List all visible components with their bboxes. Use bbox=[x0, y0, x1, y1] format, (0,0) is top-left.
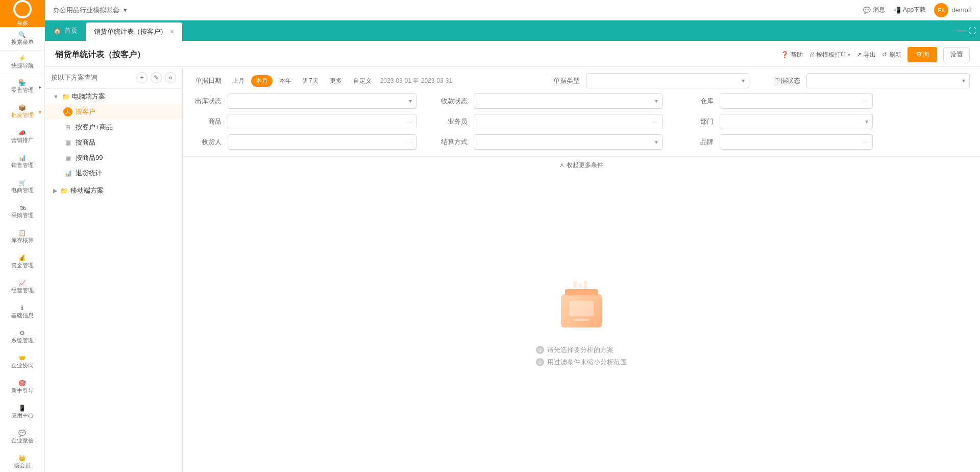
out-status-select[interactable]: ▾ bbox=[228, 93, 416, 109]
by-customer-icon: 人 bbox=[63, 107, 72, 116]
empty-hint-2: ② 用过滤条件来缩小分析范围 bbox=[536, 358, 627, 367]
scheme-return-stats[interactable]: 📊 退货统计 bbox=[45, 166, 182, 181]
sidebar-item-ecommerce[interactable]: 🛒 电商管理 bbox=[0, 174, 44, 199]
product-label: 商品 bbox=[193, 117, 222, 126]
operation-icon: 📈 bbox=[18, 279, 26, 287]
filter-row-2: 出库状态 ▾ 收款状态 ▾ 仓库 ··· bbox=[193, 93, 970, 109]
brand-dots: ··· bbox=[863, 138, 868, 146]
date-label: 单据日期 bbox=[193, 76, 222, 85]
product-input[interactable]: ··· bbox=[228, 114, 416, 129]
settings-button[interactable]: 设置 bbox=[943, 47, 970, 62]
sidebar-item-basic[interactable]: ℹ 基础信息 bbox=[0, 299, 44, 324]
brand-input[interactable]: ··· bbox=[720, 134, 873, 150]
pc-group-children: 人 按客户 ⊞ 按客户+商品 ▦ 按商品 ▦ 按商品99 📊 退货统计 bbox=[45, 104, 182, 181]
sidebar-item-quick[interactable]: ⚡ 快捷导航 bbox=[0, 51, 44, 74]
logo-icon bbox=[13, 0, 32, 18]
sidebar-item-system[interactable]: ⚙ 系统管理 bbox=[0, 324, 44, 349]
empty-main-box bbox=[561, 294, 602, 327]
tree-expand-icon: ▼ bbox=[53, 93, 59, 100]
filter-row-4: 收货人 ··· 结算方式 ▾ 品牌 ··· bbox=[193, 134, 970, 150]
mobile-folder-icon: 📁 bbox=[60, 187, 68, 195]
inventory-icon: 📋 bbox=[18, 229, 26, 237]
doc-type-arrow: ▾ bbox=[742, 77, 745, 84]
message-btn[interactable]: 💬 消息 bbox=[863, 6, 885, 14]
sidebar-item-wechat[interactable]: 💬 企业微信 bbox=[0, 424, 44, 450]
sidebar-item-sales[interactable]: 📊 销售管理 bbox=[0, 149, 44, 174]
hint2-num: ② bbox=[536, 358, 544, 366]
tree-pc-group[interactable]: ▼ 📁 电脑端方案 bbox=[45, 89, 182, 104]
sidebar-item-retail[interactable]: 🏪 零售管理 ▸ bbox=[0, 74, 44, 99]
collapse-panel-btn[interactable]: « bbox=[165, 72, 176, 83]
tree-mobile-group[interactable]: ▶ 📁 移动端方案 bbox=[45, 183, 182, 198]
user-avatar: Ea bbox=[934, 3, 948, 17]
dept-select[interactable]: ▾ bbox=[720, 114, 873, 129]
scheme-by-product[interactable]: ▦ 按商品 bbox=[45, 135, 182, 150]
sidebar-item-appcenter[interactable]: 📱 应用中心 bbox=[0, 399, 44, 424]
chevron-down-icon: ▾ bbox=[39, 109, 41, 114]
pc-group-label: 电脑端方案 bbox=[72, 92, 105, 101]
collapse-filter-btn[interactable]: ∧ 收起更多条件 bbox=[183, 156, 980, 174]
by-customer-product-icon: ⊞ bbox=[63, 123, 72, 132]
tab-sales-stats[interactable]: 销货单统计表（按客户） × bbox=[86, 22, 182, 41]
date-btn-custom[interactable]: 自定义 bbox=[349, 75, 376, 87]
help-btn[interactable]: ❓ 帮助 bbox=[781, 51, 803, 59]
app-download-btn[interactable]: 📲 App下载 bbox=[893, 6, 926, 14]
sidebar-item-marketing[interactable]: 📣 营销推广 bbox=[0, 124, 44, 149]
warehouse-label: 仓库 bbox=[685, 97, 714, 106]
user-profile[interactable]: Ea demo2 bbox=[934, 3, 972, 17]
date-btn-more[interactable]: 更多 bbox=[325, 75, 347, 87]
payment-arrow: ▾ bbox=[655, 138, 658, 146]
left-panel-title: 按以下方案查询 bbox=[51, 73, 97, 82]
search-icon: 🔍 bbox=[0, 31, 44, 38]
dept-label: 部门 bbox=[685, 117, 714, 126]
chevron-right-icon: ▸ bbox=[39, 84, 41, 89]
sidebar-item-member[interactable]: 👑 畅会员 bbox=[0, 450, 44, 472]
sidebar-item-search[interactable]: 🔍 搜索菜单 bbox=[0, 27, 44, 51]
minimize-icon[interactable]: — bbox=[958, 26, 966, 35]
export-btn[interactable]: ↗ 导出 bbox=[856, 51, 876, 59]
scheme-by-customer-product[interactable]: ⊞ 按客户+商品 bbox=[45, 120, 182, 135]
sidebar-item-newbie[interactable]: 🎯 新手引导 bbox=[0, 374, 44, 399]
warehouse-input[interactable]: ··· bbox=[720, 93, 873, 109]
doc-type-select[interactable]: ▾ bbox=[586, 73, 749, 88]
salesperson-label: 业务员 bbox=[439, 117, 468, 126]
top-dropdown-arrow[interactable]: ▾ bbox=[124, 6, 127, 14]
empty-text: ① 请先选择要分析的方案 ② 用过滤条件来缩小分析范围 bbox=[536, 345, 627, 370]
folder-icon: 📁 bbox=[62, 93, 70, 101]
member-icon: 👑 bbox=[18, 455, 26, 462]
warehouse-dots: ··· bbox=[863, 98, 868, 105]
empty-illustration bbox=[551, 276, 612, 337]
sidebar-item-cooperation[interactable]: 🤝 企业协同 bbox=[0, 349, 44, 374]
sidebar-item-finance[interactable]: 💰 资金管理 bbox=[0, 249, 44, 274]
finance-icon: 💰 bbox=[18, 254, 26, 262]
date-btn-last-month[interactable]: 上月 bbox=[228, 75, 249, 87]
sidebar-item-inventory[interactable]: 📋 库存核算 bbox=[0, 224, 44, 249]
empty-box-container bbox=[556, 281, 607, 332]
date-btn-last-7days[interactable]: 近7天 bbox=[298, 75, 323, 87]
sidebar-item-operation[interactable]: 📈 经营管理 bbox=[0, 274, 44, 299]
tab-bar: 🏠 首页 销货单统计表（按客户） × — ⛶ bbox=[45, 20, 980, 41]
print-btn[interactable]: 🖨 按模板打印 ▾ bbox=[809, 51, 850, 59]
print-dropdown-arrow: ▾ bbox=[848, 52, 850, 58]
query-button[interactable]: 查询 bbox=[908, 47, 937, 62]
salesperson-input[interactable]: ··· bbox=[474, 114, 663, 129]
return-stats-icon: 📊 bbox=[63, 169, 72, 178]
add-scheme-btn[interactable]: + bbox=[136, 72, 148, 83]
edit-scheme-btn[interactable]: ✎ bbox=[151, 72, 162, 83]
sidebar-item-purchase[interactable]: 🛍 采购管理 bbox=[0, 199, 44, 224]
tab-close-icon[interactable]: × bbox=[170, 28, 174, 36]
collect-status-select[interactable]: ▾ bbox=[474, 93, 663, 109]
maximize-icon[interactable]: ⛶ bbox=[969, 27, 976, 35]
refresh-btn[interactable]: ↺ 刷新 bbox=[882, 51, 901, 59]
date-btn-this-year[interactable]: 本年 bbox=[275, 75, 296, 87]
sidebar-item-wholesale[interactable]: 📦 批发管理 ▾ bbox=[0, 99, 44, 124]
tab-home[interactable]: 🏠 首页 bbox=[45, 20, 86, 41]
scheme-by-product-99[interactable]: ▦ 按商品99 bbox=[45, 150, 182, 166]
print-icon: 🖨 bbox=[809, 51, 815, 58]
doc-status-select[interactable]: ▾ bbox=[806, 73, 970, 88]
collect-status-arrow: ▾ bbox=[655, 98, 658, 105]
recipient-input[interactable]: ··· bbox=[228, 134, 416, 150]
payment-select[interactable]: ▾ bbox=[474, 134, 663, 150]
scheme-by-customer[interactable]: 人 按客户 bbox=[45, 104, 182, 120]
date-btn-this-month[interactable]: 本月 bbox=[251, 75, 273, 87]
